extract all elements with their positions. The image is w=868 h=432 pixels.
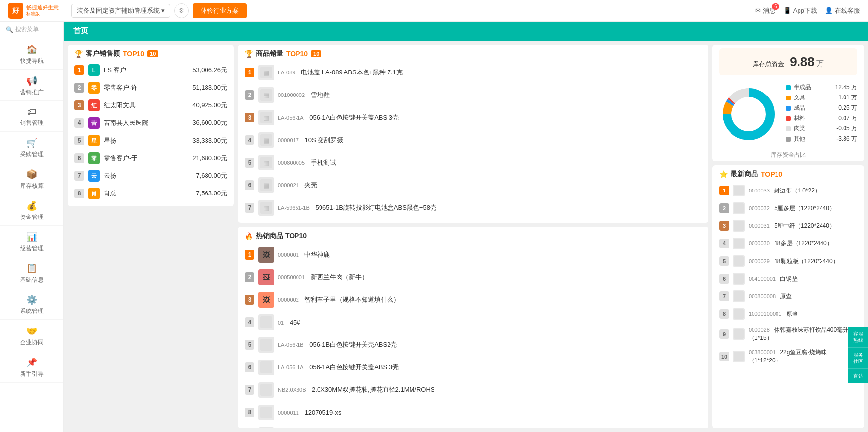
customer-rank-item: 6 零 零售客户-于 21,680.00元 xyxy=(68,149,234,167)
product-image: 🖼 xyxy=(258,247,274,263)
rank-avatar: 肖 xyxy=(88,188,100,199)
product-thumb xyxy=(258,337,274,353)
hot-product-item: 7 NB2.0X30B 2.0X30MM双搓花轴,搓花直径2.1MM/ROHS xyxy=(238,379,708,401)
sidebar-item-operations[interactable]: 📊 经营管理 xyxy=(0,226,63,257)
sidebar-label-basics: 基础信息 xyxy=(20,276,44,284)
new-product-thumb xyxy=(733,290,745,302)
rank-name: 星扬 xyxy=(104,136,188,145)
hot-rank-number: 1 xyxy=(245,250,254,260)
topbar: 好 畅捷通好生意 标准版 装备及固定资产辅助管理系统 ▾ ⚙ 体验行业方案 ✉ … xyxy=(0,0,868,22)
customer-ranking-title: 客户销售额 xyxy=(86,49,120,58)
sidebar-label-guide: 新手引导 xyxy=(20,370,44,378)
rank-name: 云扬 xyxy=(104,171,192,180)
product-info: LA-056-1A 056-1A白色按键开关盖ABS 3壳 xyxy=(278,113,702,122)
svg-rect-29 xyxy=(734,239,744,248)
product-code: 0000021 xyxy=(278,182,299,188)
sold-out-highlight: TOP10 xyxy=(286,50,308,58)
product-info: LA-089 电池盖 LA-089 ABS本色+黑种 7.1克 xyxy=(278,68,702,77)
app-label: App下载 xyxy=(793,6,817,15)
product-thumb: ▦ xyxy=(258,132,274,148)
rank-value: 21,680.00元 xyxy=(192,154,227,163)
system-selector[interactable]: 装备及固定资产辅助管理系统 ▾ xyxy=(71,4,170,18)
new-product-info: 0000033 封边带（1.0*22） xyxy=(749,187,857,195)
product-thumb: ▦ xyxy=(258,65,274,80)
sidebar-search[interactable]: 🔍 搜索菜单 xyxy=(0,22,63,38)
product-name: 电池盖 LA-089 ABS本色+黑种 7.1克 xyxy=(301,69,403,76)
product-name: 056-1A白色按键开关盖ABS 3壳 xyxy=(309,363,399,371)
sidebar-item-sales[interactable]: 🏷 销售管理 xyxy=(0,101,63,132)
product-info: LA-056-1B 056-1B白色按键开关壳ABS2壳 xyxy=(278,340,702,349)
product-code: 0000017 xyxy=(278,137,299,143)
rank-avatar: L xyxy=(88,64,100,76)
sidebar: 🔍 搜索菜单 🏠 快捷导航 📢 营销推广 🏷 销售管理 🛒 采购管理 📦 库存核… xyxy=(0,22,64,432)
finance-icon: 💰 xyxy=(26,200,37,211)
trial-button[interactable]: 体验行业方案 xyxy=(193,3,247,18)
new-product-item: 1 0000033 封边带（1.0*22） xyxy=(712,182,864,199)
rank-value: 7,680.00元 xyxy=(196,171,227,180)
sold-out-item: 4 ▦ 0000017 10S 变刮罗摄 xyxy=(238,129,708,151)
inventory-value: 9.88 xyxy=(790,54,815,69)
legend-dot-meat xyxy=(786,126,791,131)
sidebar-item-marketing[interactable]: 📢 营销推广 xyxy=(0,70,63,101)
product-code: LA-056-1B xyxy=(278,342,304,348)
svg-rect-18 xyxy=(260,407,272,418)
new-rank-number: 4 xyxy=(719,239,729,248)
product-info: LA-59651-1B 59651-1B旋转投影灯电池盒ABS黑色+58壳 xyxy=(278,203,702,212)
product-code: 01 xyxy=(278,320,284,326)
new-product-item: 7 000800008 原查 xyxy=(712,288,864,305)
product-code: 001000002 xyxy=(278,92,305,98)
home-icon: 🏠 xyxy=(26,44,37,55)
new-product-name: 18多层（1220*2440） xyxy=(774,240,832,247)
product-info: 0000011 12070519-xs xyxy=(278,409,702,416)
direct-button[interactable]: 直达 xyxy=(848,369,868,383)
product-info: 0000002 智利车子里（规格不知道填什么） xyxy=(278,295,702,304)
legend-item-material: 材料 0.07 万 xyxy=(786,114,857,122)
legend-item-other: 其他 -3.86 万 xyxy=(786,135,857,143)
message-button[interactable]: ✉ 消息 6 xyxy=(755,6,776,15)
rank-value: 40,925.00元 xyxy=(192,101,227,110)
customer-service-button[interactable]: 客服热线 xyxy=(848,327,868,348)
new-product-info: 10000100001 原查 xyxy=(749,310,857,318)
new-product-code: 0000031 xyxy=(749,223,770,229)
hot-products-header: 🔥 热销商品 TOP10 xyxy=(238,227,708,243)
product-info: 01 45# xyxy=(278,319,702,326)
sidebar-item-basics[interactable]: 📋 基础信息 xyxy=(0,257,63,288)
sold-out-item: 3 ▦ LA-056-1A 056-1A白色按键开关盖ABS 3壳 xyxy=(238,106,708,129)
sold-out-title: 商品销量 xyxy=(256,49,283,58)
sidebar-item-inventory[interactable]: 📦 库存核算 xyxy=(0,163,63,194)
left-panels: 🏆 客户销售额 TOP10 10 1 L LS 客户 53,006.26元 2 … xyxy=(68,45,234,428)
logo-sub: 标准版 xyxy=(26,11,59,17)
new-product-code: 003800001 xyxy=(749,349,776,355)
legend-item-meat: 肉类 -0.05 万 xyxy=(786,124,857,133)
product-info: 0000021 夹壳 xyxy=(278,181,702,190)
sidebar-item-quick-nav[interactable]: 🏠 快捷导航 xyxy=(0,38,63,70)
product-info: 0000001 中华神鹿 xyxy=(278,250,702,259)
legend-dot-semifinished xyxy=(786,85,791,90)
online-service-button[interactable]: 👤 在线客服 xyxy=(825,6,860,15)
product-code: LA-056-1A xyxy=(278,364,304,370)
svg-text:▦: ▦ xyxy=(263,137,269,144)
sidebar-label-finance: 资金管理 xyxy=(20,213,44,221)
app-download-button[interactable]: 📱 App下载 xyxy=(783,6,817,15)
svg-point-25 xyxy=(732,97,765,131)
page-title: 首页 xyxy=(73,26,88,35)
new-product-item: 4 0000030 18多层（1220*2440） xyxy=(712,235,864,252)
sold-out-panel: 🏆 商品销量 TOP10 10 1 ▦ LA-089 电池盖 LA-089 AB… xyxy=(238,45,708,223)
product-code: 000800005 xyxy=(278,160,305,166)
sidebar-label-marketing: 营销推广 xyxy=(20,88,44,96)
svg-rect-35 xyxy=(734,352,744,361)
product-code: LA-089 xyxy=(278,70,295,75)
sidebar-item-finance[interactable]: 💰 资金管理 xyxy=(0,194,63,226)
product-info: 000800005 手机测试 xyxy=(278,158,702,167)
sidebar-item-guide[interactable]: 📌 新手引导 xyxy=(0,351,63,383)
new-products-body: 1 0000033 封边带（1.0*22） 2 0000032 5厘多层（122… xyxy=(712,182,864,372)
settings-button[interactable]: ⚙ xyxy=(174,3,189,18)
new-products-title: 最新商品 xyxy=(731,170,758,179)
svg-rect-28 xyxy=(734,221,744,231)
service-community-button[interactable]: 服务社区 xyxy=(848,348,868,369)
sidebar-item-system[interactable]: ⚙️ 系统管理 xyxy=(0,288,63,320)
sold-out-item: 5 ▦ 000800005 手机测试 xyxy=(238,151,708,174)
sidebar-item-cooperation[interactable]: 🤝 企业协同 xyxy=(0,320,63,351)
right-panels: 库存总资金 9.88 万 xyxy=(712,45,864,428)
sidebar-item-purchase[interactable]: 🛒 采购管理 xyxy=(0,132,63,163)
